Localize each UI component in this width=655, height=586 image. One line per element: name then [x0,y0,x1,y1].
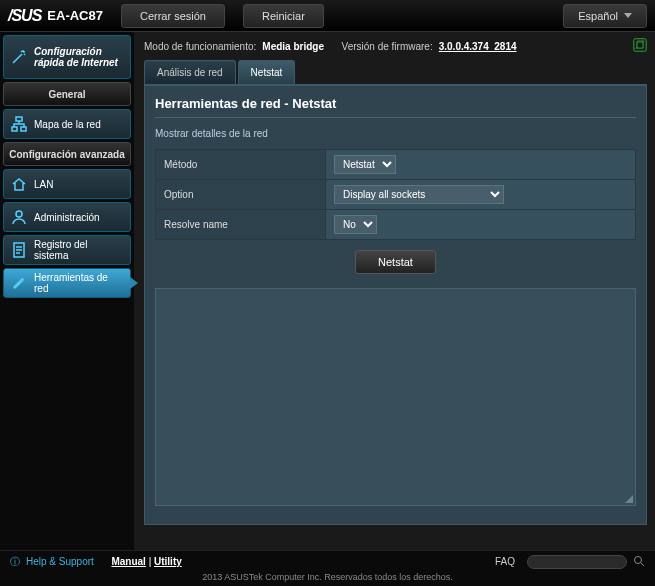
tab-network-analysis[interactable]: Análisis de red [144,60,236,84]
sidebar-header-general: General [3,82,131,106]
sidebar-item-network-map[interactable]: Mapa de la red [3,109,131,139]
main-panel: Herramientas de red - Netstat Mostrar de… [144,85,647,525]
help-link[interactable]: Help & Support [26,556,94,567]
resolve-label: Resolve name [156,210,326,240]
resolve-select[interactable]: No [334,215,377,234]
footer-bar: ⓘ Help & Support Manual | Utility FAQ [0,550,655,572]
firmware-label: Versión de firmware: [342,41,433,52]
sidebar-item-label: Configuración rápida de Internet [34,46,124,68]
utility-link[interactable]: Utility [154,556,182,567]
search-input[interactable] [527,555,627,569]
language-select[interactable]: Español [563,4,647,28]
form-table: Método Netstat Option Display all socket… [155,149,636,240]
sidebar-item-label: Mapa de la red [34,119,101,130]
sidebar-item-label: Administración [34,212,100,223]
method-select[interactable]: Netstat [334,155,396,174]
panel-subtitle: Mostrar detalles de la red [155,128,636,139]
method-label: Método [156,150,326,180]
copyright-text: 2013 ASUSTek Computer Inc. Reservados to… [0,572,655,586]
home-icon [10,175,28,193]
svg-point-6 [635,556,642,563]
search-icon[interactable] [633,555,645,569]
sidebar-header-advanced: Configuración avanzada [3,142,131,166]
tab-netstat[interactable]: Netstat [238,60,296,84]
model-label: EA-AC87 [47,8,103,23]
top-bar: /SUS EA-AC87 Cerrar sesión Reiniciar Esp… [0,0,655,32]
output-textarea[interactable] [155,288,636,506]
sidebar-item-label: Registro del sistema [34,239,124,261]
svg-point-3 [16,211,22,217]
option-label: Option [156,180,326,210]
wand-icon [10,48,28,66]
content-area: Modo de funcionamiento: Media bridge Ver… [134,32,655,550]
sidebar-item-admin[interactable]: Administración [3,202,131,232]
logout-button[interactable]: Cerrar sesión [121,4,225,28]
mode-value[interactable]: Media bridge [262,41,324,52]
sidebar-item-label: Herramientas de red [34,272,124,294]
sidebar-item-lan[interactable]: LAN [3,169,131,199]
faq-link[interactable]: FAQ [495,556,515,567]
help-icon: ⓘ [10,555,20,569]
tab-bar: Análisis de red Netstat [144,60,647,85]
user-icon [10,208,28,226]
refresh-icon[interactable] [633,38,647,54]
svg-rect-2 [21,127,26,131]
sidebar-item-network-tools[interactable]: Herramientas de red [3,268,131,298]
panel-title: Herramientas de red - Netstat [155,96,636,118]
document-icon [10,241,28,259]
sidebar-item-quick-setup[interactable]: Configuración rápida de Internet [3,35,131,79]
sidebar-item-label: LAN [34,179,53,190]
network-icon [10,115,28,133]
reboot-button[interactable]: Reiniciar [243,4,324,28]
sidebar-item-syslog[interactable]: Registro del sistema [3,235,131,265]
language-label: Español [578,10,618,22]
mode-label: Modo de funcionamiento: [144,41,256,52]
status-row: Modo de funcionamiento: Media bridge Ver… [144,38,647,54]
firmware-link[interactable]: 3.0.0.4.374_2814 [439,41,517,52]
manual-link[interactable]: Manual [111,556,145,567]
sidebar: Configuración rápida de Internet General… [0,32,134,550]
chevron-down-icon [624,13,632,18]
wrench-icon [10,274,28,292]
option-select[interactable]: Display all sockets [334,185,504,204]
svg-rect-0 [16,117,22,121]
netstat-button[interactable]: Netstat [355,250,436,274]
brand-logo: /SUS [8,7,41,25]
svg-rect-1 [12,127,17,131]
